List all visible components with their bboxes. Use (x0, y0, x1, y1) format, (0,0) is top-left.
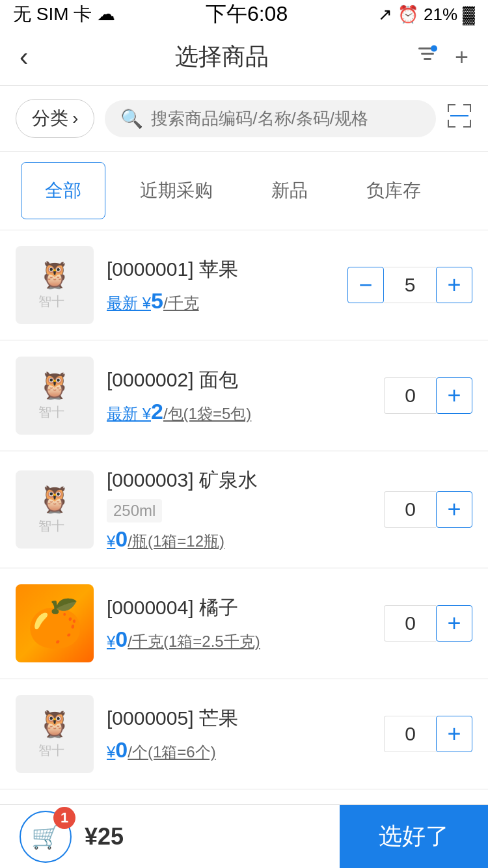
product-name: [0000005] 芒果 (107, 705, 371, 732)
sim-status: 无 SIM 卡 ☁ (13, 2, 115, 27)
category-label: 分类 (32, 106, 68, 131)
list-item: 🦉 智十 [0000002] 面包 最新 ¥2/包(1袋=5包) + (0, 341, 488, 450)
product-info: [0000004] 橘子 ¥0/千克(1箱=2.5千克) (107, 595, 371, 652)
status-right: ↗ ⏰ 21% ▓ (378, 5, 475, 25)
product-qty-control: − + (347, 267, 472, 303)
quantity-input[interactable] (384, 267, 436, 303)
svg-rect-5 (448, 104, 449, 112)
product-info: [0000002] 面包 最新 ¥2/包(1袋=5包) (107, 367, 371, 424)
product-price: ¥0/千克(1箱=2.5千克) (107, 627, 371, 652)
product-name: [0000001] 苹果 (107, 256, 334, 283)
increase-button[interactable]: + (436, 491, 472, 528)
product-price: ¥0/个(1箱=6个) (107, 737, 371, 763)
product-name: [0000003] 矿泉水 (107, 467, 371, 494)
owl-icon: 🦉 (38, 260, 71, 290)
svg-rect-7 (470, 104, 471, 112)
product-thumbnail: 🦉 智十 (16, 246, 94, 324)
list-item: 🦉 智十 [0000003] 矿泉水 250ml ¥0/瓶(1箱=12瓶) + (0, 452, 488, 567)
search-input[interactable] (151, 109, 420, 129)
tab-new[interactable]: 新品 (247, 162, 332, 219)
product-spec: 250ml (107, 499, 162, 522)
product-qty-control: + (384, 716, 472, 752)
scan-icon[interactable] (446, 103, 472, 135)
product-thumbnail: 🍊 (16, 584, 94, 662)
svg-rect-12 (450, 115, 468, 116)
svg-rect-1 (421, 53, 434, 55)
increase-button[interactable]: + (436, 716, 472, 752)
product-name: [0000002] 面包 (107, 367, 371, 394)
product-price: 最新 ¥5/千克 (107, 288, 334, 314)
svg-point-3 (431, 46, 437, 52)
quantity-input[interactable] (384, 605, 436, 642)
cart-icon: 🛒 (31, 823, 61, 850)
product-qty-control: + (384, 377, 472, 414)
decrease-button[interactable]: − (347, 267, 384, 303)
add-icon[interactable]: + (455, 44, 468, 71)
quantity-input[interactable] (384, 377, 436, 414)
status-bar: 无 SIM 卡 ☁ 下午6:08 ↗ ⏰ 21% ▓ (0, 0, 488, 29)
product-qty-control: + (384, 491, 472, 528)
svg-rect-2 (424, 58, 431, 60)
product-thumbnail: 🦉 智十 (16, 357, 94, 435)
svg-rect-9 (448, 120, 449, 128)
search-box: 🔍 (105, 100, 436, 137)
product-info: [0000005] 芒果 ¥0/个(1箱=6个) (107, 705, 371, 763)
location-icon: ↗ (378, 5, 392, 25)
status-time: 下午6:08 (206, 0, 288, 29)
product-price: ¥0/瓶(1箱=12瓶) (107, 526, 371, 552)
filter-bar: 分类 › 🔍 (0, 86, 488, 152)
list-item: 🦉 智十 [0000001] 苹果 最新 ¥5/千克 − + (0, 230, 488, 340)
owl-icon: 🦉 (38, 709, 71, 739)
status-left: 无 SIM 卡 ☁ (13, 2, 115, 27)
nav-actions: + (416, 42, 468, 72)
product-qty-control: + (384, 605, 472, 642)
list-item: 🦉 智十 [0000005] 芒果 ¥0/个(1箱=6个) + (0, 679, 488, 789)
cart-area: 🛒 1 ¥25 (0, 811, 340, 863)
alarm-icon: ⏰ (398, 5, 418, 25)
cart-badge: 1 (53, 807, 75, 829)
product-thumbnail: 🦉 智十 (16, 695, 94, 773)
nav-bar: ‹ 选择商品 + (0, 29, 488, 86)
category-button[interactable]: 分类 › (16, 99, 94, 138)
tab-recent[interactable]: 近期采购 (116, 162, 237, 219)
cart-total: ¥25 (85, 823, 124, 850)
quantity-input[interactable] (384, 716, 436, 752)
bottom-bar: 🛒 1 ¥25 选好了 (0, 804, 488, 868)
product-name: [0000004] 橘子 (107, 595, 371, 621)
quantity-input[interactable] (384, 491, 436, 528)
tab-all[interactable]: 全部 (21, 162, 105, 219)
chevron-right-icon: › (72, 108, 78, 129)
svg-rect-11 (470, 120, 471, 128)
battery-status: 21% (424, 5, 457, 25)
tab-negative[interactable]: 负库存 (342, 162, 445, 219)
increase-button[interactable]: + (436, 267, 472, 303)
product-info: [0000001] 苹果 最新 ¥5/千克 (107, 256, 334, 314)
product-price: 最新 ¥2/包(1袋=5包) (107, 399, 371, 424)
list-item: 🍊 [0000004] 橘子 ¥0/千克(1箱=2.5千克) + (0, 569, 488, 678)
product-list: 🦉 智十 [0000001] 苹果 最新 ¥5/千克 − + 🦉 智十 [000… (0, 230, 488, 868)
search-icon: 🔍 (120, 108, 143, 129)
page-title: 选择商品 (175, 41, 269, 73)
increase-button[interactable]: + (436, 605, 472, 642)
product-thumbnail: 🦉 智十 (16, 470, 94, 549)
back-button[interactable]: ‹ (20, 42, 28, 72)
cart-button[interactable]: 🛒 1 (20, 811, 72, 863)
owl-icon: 🦉 (38, 370, 71, 401)
owl-icon: 🦉 (38, 484, 71, 515)
tabs-bar: 全部 近期采购 新品 负库存 (0, 152, 488, 230)
confirm-button[interactable]: 选好了 (340, 805, 488, 869)
increase-button[interactable]: + (436, 377, 472, 414)
product-info: [0000003] 矿泉水 250ml ¥0/瓶(1箱=12瓶) (107, 467, 371, 552)
battery-icon: ▓ (463, 5, 475, 25)
filter-icon[interactable] (416, 42, 439, 72)
